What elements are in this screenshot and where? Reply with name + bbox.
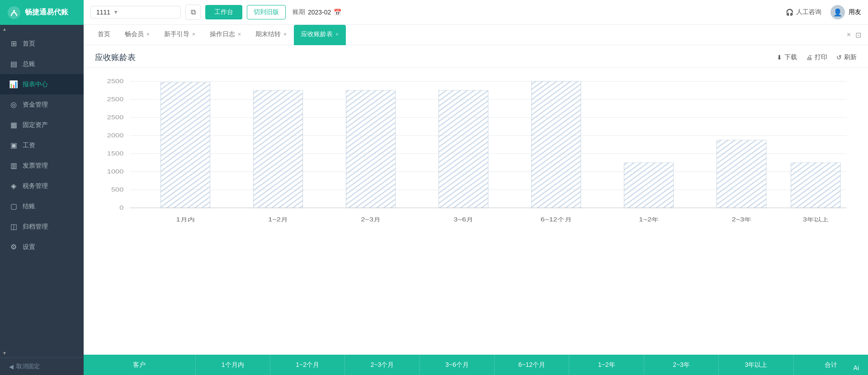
cancel-pin-icon: ◀ xyxy=(9,363,14,370)
tab-guide-label: 新手引导 xyxy=(164,30,189,38)
tab-home-label: 首页 xyxy=(98,30,110,38)
svg-text:2000: 2000 xyxy=(107,132,123,138)
top-header: 1111 ▼ ⧉ 工作台 切到旧版 账期 2023-02 📅 🎧 人工咨询 👤 … xyxy=(84,0,868,25)
workspace-button[interactable]: 工作台 xyxy=(205,5,242,19)
period-label: 账期 xyxy=(292,8,305,16)
print-icon: 🖨 xyxy=(806,54,812,61)
headset-icon: 🎧 xyxy=(786,9,793,16)
svg-rect-27 xyxy=(532,81,581,208)
sidebar-label-tax: 税务管理 xyxy=(23,182,48,190)
company-name: 1111 xyxy=(96,9,110,16)
sidebar-item-assets[interactable]: ▦ 固定资产 xyxy=(0,115,84,135)
assets-icon: ▦ xyxy=(9,121,18,129)
svg-text:1月内: 1月内 xyxy=(176,216,194,222)
download-label: 下载 xyxy=(784,53,797,61)
sidebar-label-settings: 设置 xyxy=(23,243,35,251)
page-title: 应收账龄表 xyxy=(95,52,136,63)
company-selector[interactable]: 1111 ▼ xyxy=(90,6,181,19)
sidebar-scroll-down[interactable]: ▼ xyxy=(0,349,9,357)
th-2-3year: 2~3年 xyxy=(644,355,719,375)
tab-bar: 首页 畅会员 × 新手引导 × 操作日志 × 期末结转 × 应收账龄表 × × … xyxy=(84,25,868,45)
tab-guide-close[interactable]: × xyxy=(192,31,195,38)
table-header: 客户 1个月内 1~2个月 2~3个月 3~6个月 6~12个月 1~2年 2~… xyxy=(84,355,868,375)
tab-aging-close[interactable]: × xyxy=(335,31,339,38)
app-logo: 畅捷通易代账 xyxy=(0,0,84,25)
main-area: 1111 ▼ ⧉ 工作台 切到旧版 账期 2023-02 📅 🎧 人工咨询 👤 … xyxy=(84,0,868,375)
refresh-button[interactable]: ↺ 刷新 xyxy=(836,53,857,61)
sidebar-item-ledger[interactable]: ▤ 总账 xyxy=(0,54,84,74)
svg-text:3年以上: 3年以上 xyxy=(803,216,829,222)
app-name: 畅捷通易代账 xyxy=(25,8,68,17)
copy-button[interactable]: ⧉ xyxy=(185,5,201,20)
close-window-button[interactable]: × xyxy=(847,31,851,39)
content-header: 应收账龄表 ⬇ 下载 🖨 打印 ↺ 刷新 xyxy=(84,45,868,68)
th-2-3month: 2~3个月 xyxy=(345,355,420,375)
sidebar-item-closing[interactable]: ▢ 结账 xyxy=(0,196,84,216)
tab-log-close[interactable]: × xyxy=(238,31,241,38)
svg-text:1000: 1000 xyxy=(107,169,123,174)
reports-icon: 📊 xyxy=(9,80,18,89)
th-1month: 1个月内 xyxy=(196,355,270,375)
sidebar-item-payroll[interactable]: ▣ 工资 xyxy=(0,135,84,155)
chart-container: 0 500 1000 1500 2000 2500 2500 2500 xyxy=(93,72,859,239)
sidebar-item-funds[interactable]: ◎ 资金管理 xyxy=(0,94,84,115)
user-info[interactable]: 👤 用友 xyxy=(830,5,861,19)
settings-icon: ⚙ xyxy=(9,243,18,251)
cancel-pin-btn[interactable]: ◀ 取消固定 xyxy=(0,357,84,375)
tab-member-label: 畅会员 xyxy=(125,30,144,38)
switch-version-button[interactable]: 切到旧版 xyxy=(247,5,286,19)
tab-guide[interactable]: 新手引导 × xyxy=(157,25,203,45)
avatar: 👤 xyxy=(830,5,845,19)
toolbar: ⬇ 下载 🖨 打印 ↺ 刷新 xyxy=(777,53,857,61)
refresh-label: 刷新 xyxy=(844,53,857,61)
tab-home[interactable]: 首页 xyxy=(90,25,118,45)
svg-rect-23 xyxy=(346,90,395,208)
svg-text:2~3年: 2~3年 xyxy=(731,216,751,222)
sidebar-label-home: 首页 xyxy=(23,40,35,48)
th-1-2year: 1~2年 xyxy=(569,355,644,375)
user-avatar-icon: 👤 xyxy=(833,8,842,17)
consult-label: 人工咨询 xyxy=(796,8,821,16)
sidebar-item-settings[interactable]: ⚙ 设置 xyxy=(0,237,84,257)
sidebar-label-payroll: 工资 xyxy=(23,141,35,150)
tab-member[interactable]: 畅会员 × xyxy=(118,25,157,45)
funds-icon: ◎ xyxy=(9,100,18,109)
svg-text:1500: 1500 xyxy=(107,150,123,156)
sidebar-label-funds: 资金管理 xyxy=(23,101,48,109)
tab-log[interactable]: 操作日志 × xyxy=(203,25,248,45)
print-button[interactable]: 🖨 打印 xyxy=(806,53,827,61)
svg-text:3~6月: 3~6月 xyxy=(453,216,473,222)
sidebar-item-home[interactable]: ⊞ 首页 xyxy=(0,33,84,54)
sidebar-item-reports[interactable]: 📊 报表中心 xyxy=(0,74,84,94)
tab-closing[interactable]: 期末结转 × xyxy=(248,25,294,45)
svg-text:1~2年: 1~2年 xyxy=(639,216,659,222)
sidebar-item-tax[interactable]: ◈ 税务管理 xyxy=(0,176,84,196)
expand-window-button[interactable]: ⊡ xyxy=(855,31,861,39)
svg-text:2500: 2500 xyxy=(107,78,123,84)
sidebar-item-invoice[interactable]: ▥ 发票管理 xyxy=(0,155,84,176)
ai-badge[interactable]: Ai xyxy=(844,361,868,375)
th-6-12month: 6~12个月 xyxy=(495,355,569,375)
svg-text:2~3月: 2~3月 xyxy=(361,216,381,222)
sidebar-item-archive[interactable]: ◫ 归档管理 xyxy=(0,216,84,237)
cancel-pin-label: 取消固定 xyxy=(16,362,40,370)
download-button[interactable]: ⬇ 下载 xyxy=(777,53,797,61)
tab-member-close[interactable]: × xyxy=(146,31,150,38)
svg-rect-31 xyxy=(717,140,766,208)
user-name: 用友 xyxy=(849,8,861,16)
sidebar-label-reports: 报表中心 xyxy=(23,80,48,89)
header-right: 🎧 人工咨询 👤 用友 xyxy=(786,5,861,19)
content-area: 应收账龄表 ⬇ 下载 🖨 打印 ↺ 刷新 xyxy=(84,45,868,375)
calendar-icon[interactable]: 📅 xyxy=(334,9,341,16)
archive-icon: ◫ xyxy=(9,222,18,231)
consult-button[interactable]: 🎧 人工咨询 xyxy=(786,8,821,16)
svg-text:6~12个月: 6~12个月 xyxy=(541,216,572,222)
company-dropdown-icon: ▼ xyxy=(113,9,118,15)
sidebar-scroll-up[interactable]: ▲ xyxy=(0,25,9,33)
home-icon: ⊞ xyxy=(9,39,18,48)
closing-icon: ▢ xyxy=(9,202,18,211)
tab-closing-close[interactable]: × xyxy=(283,31,287,38)
tab-aging[interactable]: 应收账龄表 × xyxy=(294,25,346,45)
chart-area: 0 500 1000 1500 2000 2500 2500 2500 xyxy=(84,68,868,355)
svg-text:500: 500 xyxy=(111,187,123,192)
